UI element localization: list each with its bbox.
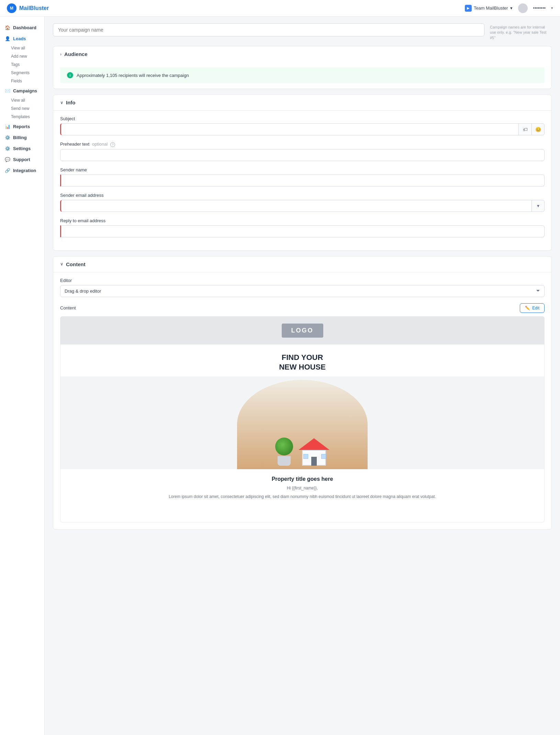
preview-headline-line2: NEW HOUSE <box>67 362 537 372</box>
preview-headline: FIND YOUR NEW HOUSE <box>60 344 544 376</box>
email-preview: LOGO FIND YOUR NEW HOUSE <box>60 316 545 522</box>
sidebar-item-label: Billing <box>13 135 27 140</box>
sidebar-item-leads-segments[interactable]: Segments <box>0 69 44 77</box>
reply-email-label: Reply to email address <box>60 218 545 223</box>
house-icon: 🏠 <box>5 25 10 30</box>
sidebar-item-label: Dashboard <box>13 25 36 30</box>
sidebar-item-reports[interactable]: 📊 Reports <box>0 121 44 132</box>
sidebar-item-support[interactable]: 💬 Support <box>0 154 44 165</box>
preview-greeting: Hi {{first_name}}, <box>74 485 530 491</box>
sidebar-item-leads-fields[interactable]: Fields <box>0 77 44 85</box>
preheader-label: Preheader text optional ? <box>60 142 545 147</box>
user-chevron-icon: ▾ <box>551 6 553 10</box>
house-model <box>299 438 329 466</box>
person-icon: 👤 <box>5 36 10 41</box>
sender-email-dropdown-button[interactable]: ▾ <box>531 200 545 212</box>
sidebar-item-billing[interactable]: ⚙️ Billing <box>0 132 44 143</box>
sender-email-row: ▾ <box>60 200 545 212</box>
content-preview-area: Content ✏️ Edit LOGO <box>60 303 545 522</box>
chart-icon: 📊 <box>5 124 10 129</box>
sidebar-item-label: Integration <box>13 168 36 173</box>
editor-field: Editor Drag & drop editor <box>60 278 545 297</box>
editor-label: Editor <box>60 278 545 283</box>
team-name: Team MailBluster <box>474 5 508 11</box>
sidebar-item-campaigns-send-new[interactable]: Send new <box>0 104 44 113</box>
sender-email-label: Sender email address <box>60 193 545 198</box>
audience-section-title: Audience <box>64 51 88 57</box>
edit-icon: ✏️ <box>525 306 530 310</box>
info-form: Subject 🏷 😊 Preheader text optional ? <box>53 111 551 250</box>
editor-select[interactable]: Drag & drop editor <box>60 285 545 297</box>
audience-info-text: Approximately 1,105 recipients will rece… <box>77 73 189 78</box>
sidebar-item-label: Campaigns <box>13 88 37 93</box>
sender-name-input[interactable] <box>60 174 545 186</box>
info-chevron-icon: ∨ <box>60 100 63 105</box>
sidebar-item-campaigns[interactable]: ✉️ Campaigns <box>0 85 44 96</box>
preheader-input[interactable] <box>60 149 545 161</box>
sender-email-input[interactable] <box>60 200 531 212</box>
sidebar-item-leads-view-all[interactable]: View all <box>0 44 44 52</box>
audience-section-header[interactable]: › Audience <box>53 46 551 62</box>
team-icon: ▶ <box>465 5 472 12</box>
sidebar-item-campaigns-view-all[interactable]: View all <box>0 96 44 104</box>
topbar: M MailBluster ▶ Team MailBluster ▾ •••••… <box>0 0 560 16</box>
preview-body: Lorem ipsum dolor sit amet, consectetuer… <box>74 494 530 500</box>
audience-section: › Audience i Approximately 1,105 recipie… <box>53 46 552 89</box>
support-icon: 💬 <box>5 157 10 162</box>
sidebar-item-leads-tags[interactable]: Tags <box>0 60 44 69</box>
team-chevron-icon: ▾ <box>510 5 513 11</box>
sender-name-label: Sender name <box>60 167 545 172</box>
campaign-name-input[interactable] <box>53 23 484 36</box>
audience-chevron-icon: › <box>60 52 61 57</box>
sidebar-item-label: Support <box>13 157 30 162</box>
user-name[interactable]: •••••••• <box>533 5 546 11</box>
content-section-title: Content <box>66 261 86 267</box>
preheader-field: Preheader text optional ? <box>60 142 545 161</box>
sidebar-item-dashboard[interactable]: 🏠 Dashboard <box>0 22 44 33</box>
sender-name-field: Sender name <box>60 167 545 186</box>
content-chevron-icon: ∨ <box>60 262 63 267</box>
integration-icon: 🔗 <box>5 168 10 173</box>
sidebar-item-label: Leads <box>13 36 26 41</box>
sidebar-item-campaigns-templates[interactable]: Templates <box>0 113 44 121</box>
app-logo[interactable]: M MailBluster <box>7 3 49 13</box>
info-section-header[interactable]: ∨ Info <box>53 95 551 111</box>
sidebar-item-leads-add-new[interactable]: Add new <box>0 52 44 60</box>
plant-decoration <box>275 438 293 466</box>
subject-emoji-button[interactable]: 🏷 <box>518 123 531 135</box>
preview-logo: LOGO <box>282 324 323 338</box>
sidebar: 🏠 Dashboard 👤 Leads View all Add new Tag… <box>0 16 45 735</box>
preheader-help-icon[interactable]: ? <box>110 142 115 147</box>
sidebar-item-integration[interactable]: 🔗 Integration <box>0 165 44 176</box>
content-preview-label: Content <box>60 305 76 310</box>
main-content: Campaign names are for internal use only… <box>45 16 560 735</box>
info-section-title: Info <box>66 100 76 105</box>
sender-email-field: Sender email address ▾ <box>60 193 545 212</box>
logo-icon: M <box>7 3 16 13</box>
topbar-right: ▶ Team MailBluster ▾ •••••••• ▾ <box>465 3 553 13</box>
avatar[interactable] <box>518 3 528 13</box>
subject-merge-button[interactable]: 😊 <box>531 123 545 135</box>
edit-button-label: Edit <box>532 306 539 310</box>
team-selector[interactable]: ▶ Team MailBluster ▾ <box>465 5 513 12</box>
sidebar-item-label: Settings <box>13 146 31 151</box>
subject-field: Subject 🏷 😊 <box>60 116 545 135</box>
info-icon: i <box>67 72 73 78</box>
preview-property-title: Property title goes here <box>60 469 544 485</box>
edit-button[interactable]: ✏️ Edit <box>520 303 545 313</box>
sidebar-item-leads[interactable]: 👤 Leads <box>0 33 44 44</box>
subject-input[interactable] <box>60 123 518 135</box>
settings-icon: ⚙️ <box>5 146 10 151</box>
sidebar-item-label: Reports <box>13 124 30 129</box>
sidebar-item-settings[interactable]: ⚙️ Settings <box>0 143 44 154</box>
content-section-header[interactable]: ∨ Content <box>53 257 551 272</box>
preview-body-text: Hi {{first_name}}, Lorem ipsum dolor sit… <box>60 485 544 508</box>
content-header-row: Content ✏️ Edit <box>60 303 545 313</box>
reply-email-input[interactable] <box>60 225 545 237</box>
content-form: Editor Drag & drop editor Content ✏️ Edi… <box>53 272 551 529</box>
reply-email-field: Reply to email address <box>60 218 545 237</box>
preview-headline-line1: FIND YOUR <box>67 353 537 363</box>
preheader-optional-label: optional <box>92 142 108 147</box>
billing-icon: ⚙️ <box>5 135 10 140</box>
app-layout: 🏠 Dashboard 👤 Leads View all Add new Tag… <box>0 16 560 735</box>
